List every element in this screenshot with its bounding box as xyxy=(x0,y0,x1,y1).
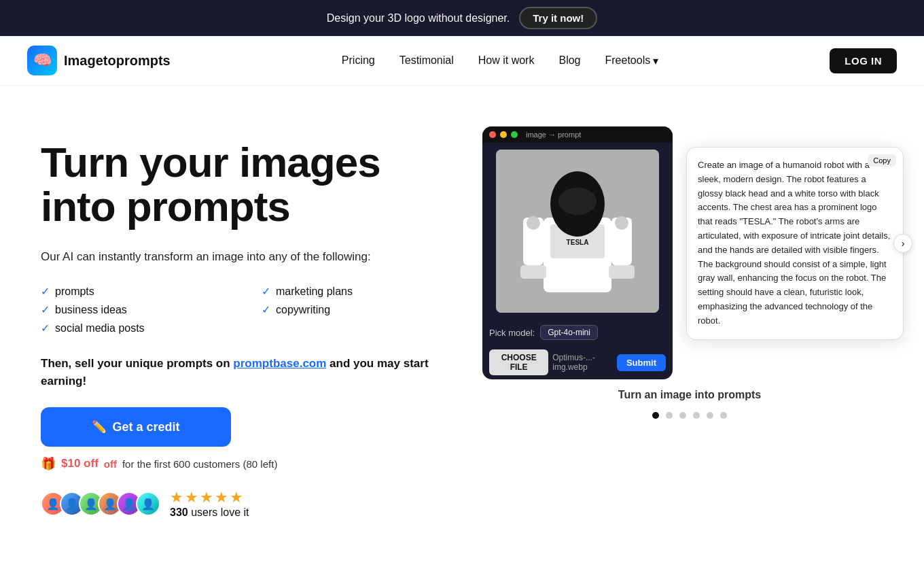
nav-blog[interactable]: Blog xyxy=(558,54,580,66)
promptbase-link[interactable]: promptbase.com xyxy=(233,357,326,370)
sell-text: Then, sell your unique prompts on prompt… xyxy=(41,355,455,390)
check-icon: ✓ xyxy=(41,303,50,316)
avatars: 👤 👤 👤 👤 👤 👤 xyxy=(41,492,160,516)
prompt-text: Create an image of a humanoid robot with… xyxy=(698,158,892,328)
image-upload-panel: image → prompt TESLA xyxy=(482,126,673,379)
chevron-right-icon: › xyxy=(902,238,905,249)
carousel-dot-5[interactable] xyxy=(707,412,713,419)
robot-illustration: TESLA xyxy=(496,150,659,313)
bottom-bar: Turn an image into prompts xyxy=(482,389,897,401)
check-icon: ✓ xyxy=(262,303,270,316)
avatar: 👤 xyxy=(136,492,160,516)
nav-how-it-work[interactable]: How it work xyxy=(478,54,535,66)
carousel-dot-6[interactable] xyxy=(720,412,727,419)
svg-point-9 xyxy=(615,216,628,230)
logo-link[interactable]: 🧠 Imagetoprompts xyxy=(27,46,171,75)
carousel-dot-1[interactable] xyxy=(652,412,659,419)
model-badge[interactable]: Gpt-4o-mini xyxy=(540,325,598,340)
header-label: image → prompt xyxy=(526,131,581,139)
svg-rect-11 xyxy=(609,265,635,279)
nav-testimonial[interactable]: Testimonial xyxy=(399,54,454,66)
robot-image: TESLA xyxy=(496,150,659,313)
pick-model-label: Pick model: xyxy=(489,328,535,338)
feature-social: ✓ social media posts xyxy=(41,322,234,334)
carousel-dot-3[interactable] xyxy=(679,412,686,419)
discount-row: 🎁 $10 off off for the first 600 customer… xyxy=(41,456,455,471)
features-grid: ✓ prompts ✓ marketing plans ✓ business i… xyxy=(41,285,455,334)
svg-point-8 xyxy=(527,216,540,230)
window-dot-yellow xyxy=(500,131,507,138)
check-icon: ✓ xyxy=(262,285,270,298)
window-dot-red xyxy=(489,131,496,138)
file-name: Optimus-...-img.webp xyxy=(552,353,613,372)
svg-rect-10 xyxy=(520,265,546,279)
logo-text: Imagetoprompts xyxy=(64,53,171,69)
discount-suffix: for the first 600 customers (80 left) xyxy=(122,458,277,470)
discount-off-label: off xyxy=(104,458,117,470)
choose-file-button[interactable]: CHOOSE FILE xyxy=(489,349,548,375)
copy-button[interactable]: Copy xyxy=(868,154,896,167)
hero-description: Our AI can instantly transform an image … xyxy=(41,247,380,266)
carousel-dots xyxy=(482,412,897,419)
prompt-output-panel: Copy Create an image of a humanoid robot… xyxy=(686,147,904,340)
hero-section: Turn your images into prompts Our AI can… xyxy=(0,86,924,560)
discount-price: $10 off xyxy=(61,457,99,470)
svg-point-5 xyxy=(558,188,597,215)
get-credit-button[interactable]: ✏️ Get a credit xyxy=(41,407,231,447)
panel-header: image → prompt xyxy=(482,126,673,143)
demo-wrapper: image → prompt TESLA xyxy=(482,126,897,379)
review-row: 330 users love it xyxy=(170,506,249,519)
edit-icon: ✏️ xyxy=(92,419,107,434)
carousel-dot-4[interactable] xyxy=(693,412,700,419)
file-row: CHOOSE FILE Optimus-...-img.webp Submit xyxy=(482,345,673,379)
feature-copywriting: ✓ copywriting xyxy=(262,303,455,316)
review-count: 330 xyxy=(170,506,188,518)
next-arrow-button[interactable]: › xyxy=(893,234,912,253)
svg-text:TESLA: TESLA xyxy=(567,239,589,246)
nav-pricing[interactable]: Pricing xyxy=(342,54,375,66)
feature-business: ✓ business ideas xyxy=(41,303,234,316)
banner-cta-button[interactable]: Try it now! xyxy=(519,7,597,29)
check-icon: ✓ xyxy=(41,285,50,298)
login-button[interactable]: LOG IN xyxy=(830,48,897,73)
submit-button[interactable]: Submit xyxy=(617,354,666,371)
social-proof: 👤 👤 👤 👤 👤 👤 ★★★★★ 330 users love it xyxy=(41,489,455,519)
hero-title: Turn your images into prompts xyxy=(41,140,455,228)
model-select-row: Pick model: Gpt-4o-mini xyxy=(482,320,673,345)
nav-links: Pricing Testimonial How it work Blog Fre… xyxy=(342,54,658,67)
check-icon: ✓ xyxy=(41,322,50,334)
nav-freetools[interactable]: Freetools ▾ xyxy=(605,54,658,67)
hero-right: image → prompt TESLA xyxy=(482,126,897,419)
top-banner: Design your 3D logo without designer. Tr… xyxy=(0,0,924,36)
feature-prompts: ✓ prompts xyxy=(41,285,234,298)
stars-group: ★★★★★ 330 users love it xyxy=(170,489,249,519)
banner-text: Design your 3D logo without designer. xyxy=(327,12,510,24)
chevron-down-icon: ▾ xyxy=(653,54,658,67)
hero-left: Turn your images into prompts Our AI can… xyxy=(41,126,455,532)
gift-icon: 🎁 xyxy=(41,456,56,471)
window-dot-green xyxy=(511,131,518,138)
navigation: 🧠 Imagetoprompts Pricing Testimonial How… xyxy=(0,36,924,86)
stars: ★★★★★ xyxy=(170,489,249,506)
review-text: users love it xyxy=(191,506,249,518)
carousel-dot-2[interactable] xyxy=(666,412,673,419)
logo-icon: 🧠 xyxy=(27,46,57,75)
feature-marketing: ✓ marketing plans xyxy=(262,285,455,298)
